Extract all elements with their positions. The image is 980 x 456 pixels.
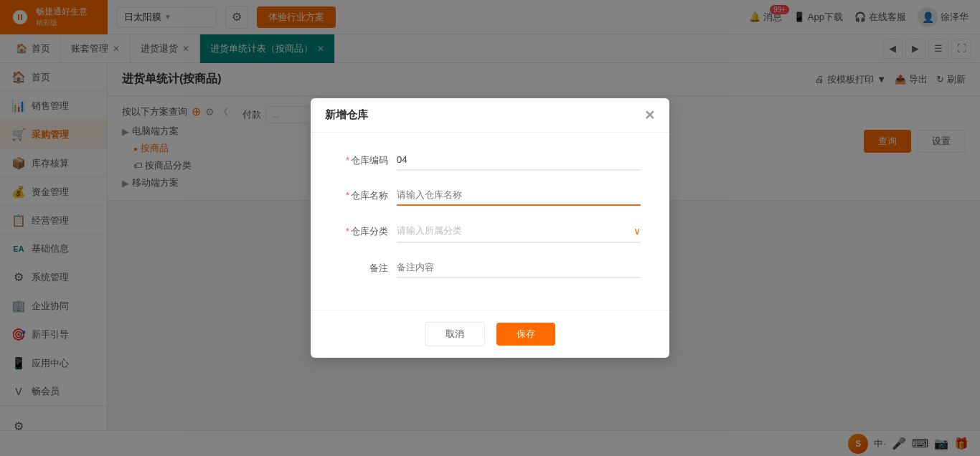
required-star3: * bbox=[346, 226, 349, 237]
category-placeholder: 请输入所属分类 bbox=[397, 224, 462, 237]
form-row-name: *仓库名称 bbox=[339, 185, 641, 206]
code-input[interactable] bbox=[397, 150, 641, 171]
modal-overlay[interactable]: 新增仓库 ✕ *仓库编码 *仓库名称 *仓库分类 bbox=[0, 0, 980, 456]
category-select[interactable]: 请输入所属分类 ∨ bbox=[397, 220, 641, 243]
name-input[interactable] bbox=[397, 185, 641, 206]
cancel-button[interactable]: 取消 bbox=[425, 322, 485, 346]
form-row-note: 备注 bbox=[339, 257, 641, 278]
form-row-category: *仓库分类 请输入所属分类 ∨ bbox=[339, 220, 641, 243]
required-star2: * bbox=[346, 190, 349, 201]
modal-header: 新增仓库 ✕ bbox=[311, 98, 669, 133]
category-arrow-icon: ∨ bbox=[633, 225, 641, 237]
form-row-code: *仓库编码 bbox=[339, 150, 641, 171]
new-warehouse-modal: 新增仓库 ✕ *仓库编码 *仓库名称 *仓库分类 bbox=[311, 98, 669, 358]
note-label: 备注 bbox=[339, 262, 397, 275]
category-label: *仓库分类 bbox=[339, 225, 397, 238]
code-label: *仓库编码 bbox=[339, 154, 397, 167]
required-star: * bbox=[346, 155, 349, 166]
modal-footer: 取消 保存 bbox=[311, 310, 669, 358]
note-input[interactable] bbox=[397, 257, 641, 278]
modal-title: 新增仓库 bbox=[325, 108, 368, 122]
save-button[interactable]: 保存 bbox=[496, 323, 555, 346]
modal-body: *仓库编码 *仓库名称 *仓库分类 请输入所属分类 ∨ bbox=[311, 133, 669, 310]
modal-close-icon[interactable]: ✕ bbox=[644, 109, 655, 122]
name-label: *仓库名称 bbox=[339, 189, 397, 202]
